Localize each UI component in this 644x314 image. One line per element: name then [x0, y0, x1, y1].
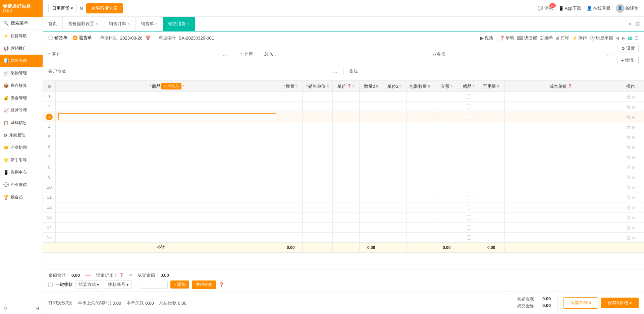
sidebar-item-sales[interactable]: 📊 销售管理	[0, 55, 43, 67]
quantity-cell[interactable]	[279, 233, 303, 243]
doc-date-value[interactable]: 2023-03-20	[120, 36, 143, 41]
product-cell[interactable]	[56, 112, 279, 122]
gift-cell[interactable]	[460, 122, 478, 132]
unit-price-cell[interactable]	[333, 202, 360, 212]
add-payment-btn[interactable]: + 添加	[170, 280, 190, 289]
tab-close-icon[interactable]: ×	[155, 22, 157, 26]
doc-number-value[interactable]: SA-20230320-001	[179, 36, 214, 41]
gift-checkbox[interactable]	[467, 105, 471, 109]
tab-sales-return[interactable]: 销货退货 ×	[163, 17, 195, 31]
calendar-icon[interactable]: 📅	[145, 36, 151, 41]
amount-cell[interactable]	[433, 223, 460, 233]
amount-cell[interactable]	[433, 212, 460, 223]
amount-cell[interactable]	[433, 172, 460, 182]
gift-checkbox[interactable]	[467, 205, 471, 209]
unit2-cell[interactable]	[383, 142, 407, 152]
quantity2-cell[interactable]	[360, 212, 383, 223]
gift-cell[interactable]	[460, 233, 478, 243]
tab-sales-order[interactable]: 销售订单 ×	[103, 17, 135, 31]
sales-unit-cell[interactable]	[303, 223, 333, 233]
quantity-cell[interactable]	[279, 192, 303, 202]
sales-unit-cell[interactable]	[303, 202, 333, 212]
question-icon[interactable]: ❓	[568, 84, 572, 88]
gift-checkbox[interactable]	[467, 195, 471, 199]
sidebar-item-quick-nav[interactable]: ⚡ 快捷导航	[0, 30, 43, 42]
unit-price-cell[interactable]	[333, 152, 360, 162]
unit2-cell[interactable]	[383, 112, 407, 122]
amount-cell[interactable]	[433, 233, 460, 243]
unit2-cell[interactable]	[383, 192, 407, 202]
gift-checkbox[interactable]	[467, 165, 471, 169]
operation-btn[interactable]: ⚡ 操作	[572, 35, 587, 41]
gift-cell[interactable]	[460, 192, 478, 202]
delete-row-btn[interactable]: 🗑	[626, 205, 631, 210]
pack-qty-cell[interactable]	[407, 172, 433, 182]
amount-cell[interactable]	[433, 122, 460, 132]
pack-qty-cell[interactable]	[407, 152, 433, 162]
delete-row-btn[interactable]: 🗑	[626, 225, 631, 230]
sales-unit-cell[interactable]	[303, 212, 333, 223]
quantity2-cell[interactable]	[360, 202, 383, 212]
delete-row-btn[interactable]: 🗑	[626, 154, 631, 160]
available-cell[interactable]	[478, 152, 505, 162]
sidebar-item-app-center[interactable]: 📱 应用中心	[0, 166, 43, 179]
gift-checkbox[interactable]	[467, 185, 471, 189]
unit-price-cell[interactable]	[333, 182, 360, 192]
product-cell[interactable]	[56, 182, 279, 192]
account-select[interactable]: 收款账号 ▾	[105, 280, 132, 289]
gift-cell[interactable]	[460, 112, 478, 122]
gift-cell[interactable]	[460, 162, 478, 172]
delete-row-btn[interactable]: 🗑	[626, 185, 631, 190]
copy-row-btn[interactable]: ⊕	[632, 115, 635, 120]
sales-unit-cell[interactable]	[303, 132, 333, 142]
delete-row-btn[interactable]: 🗑	[626, 134, 631, 140]
sales-unit-cell[interactable]	[303, 112, 333, 122]
tab-home[interactable]: 首页	[43, 17, 63, 31]
shortcut-btn[interactable]: ⌨ 快捷键	[517, 35, 537, 41]
pack-qty-cell[interactable]	[407, 92, 433, 102]
quantity2-cell[interactable]	[360, 172, 383, 182]
pack-qty-cell[interactable]	[407, 102, 433, 112]
list-view-icon[interactable]: ☰	[635, 36, 639, 41]
unit-price-cell[interactable]	[333, 192, 360, 202]
quantity-cell[interactable]	[279, 152, 303, 162]
save-draft-btn[interactable]: 保存草稿 ▾	[563, 297, 598, 309]
fee-help-icon[interactable]: ❓	[219, 282, 224, 287]
sales-unit-cell[interactable]	[303, 122, 333, 132]
th-settings[interactable]: ⚙	[43, 81, 56, 92]
pack-qty-cell[interactable]	[407, 212, 433, 223]
gift-checkbox[interactable]	[467, 235, 471, 240]
delete-row-btn[interactable]: 🗑	[626, 114, 631, 120]
one-click-payment-checkbox[interactable]	[48, 282, 53, 287]
sidebar-item-finance[interactable]: 💰 资金管理	[0, 92, 43, 104]
gift-cell[interactable]	[460, 172, 478, 182]
radio-return-invoice[interactable]: 退货单	[73, 35, 92, 41]
unit-price-cell[interactable]	[333, 162, 360, 172]
quantity2-cell[interactable]	[360, 102, 383, 112]
unit-price-cell[interactable]	[333, 142, 360, 152]
sales-unit-cell[interactable]	[303, 192, 333, 202]
amount-cell[interactable]	[433, 192, 460, 202]
pack-qty-cell[interactable]	[407, 182, 433, 192]
product-cell[interactable]	[56, 92, 279, 102]
available-cell[interactable]	[478, 172, 505, 182]
settlement-method-select[interactable]: 结算方式 ▾	[75, 280, 102, 289]
save-new-btn[interactable]: 保存&新增 ▾	[601, 298, 639, 308]
quantity-cell[interactable]	[279, 102, 303, 112]
amount-cell[interactable]	[433, 142, 460, 152]
sort-icon[interactable]: ⇅	[182, 84, 185, 88]
history-btn[interactable]: 🕐 历史单据	[590, 35, 613, 41]
sort-icon[interactable]: ⇅	[326, 84, 329, 88]
unit-price-cell[interactable]	[333, 223, 360, 233]
account-dots-btn[interactable]: ...	[135, 282, 138, 287]
gift-cell[interactable]	[460, 202, 478, 212]
unit2-cell[interactable]	[383, 172, 407, 182]
pack-qty-cell[interactable]	[407, 192, 433, 202]
pack-qty-cell[interactable]	[407, 112, 433, 122]
salesperson-input[interactable]	[451, 50, 605, 58]
grid-view-icon[interactable]: ▦	[628, 36, 632, 41]
gift-checkbox[interactable]	[467, 135, 471, 139]
copy-row-btn[interactable]: ⊕	[632, 155, 635, 160]
product-cell[interactable]	[56, 223, 279, 233]
amount-cell[interactable]	[433, 182, 460, 192]
